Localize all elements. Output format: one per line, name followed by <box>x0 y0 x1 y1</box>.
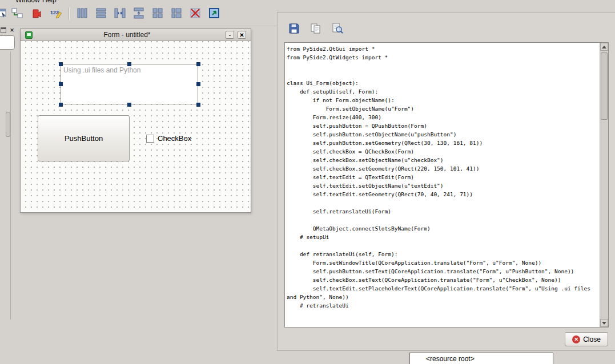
edit-widgets-icon <box>0 7 7 21</box>
code-line: self.checkBox.setGeometry(QRect(220, 150… <box>287 164 600 173</box>
qt-designer-app: Window Help 123 <box>0 0 615 364</box>
edit-tab-order-icon: 123 <box>50 7 62 21</box>
selection-handle[interactable] <box>196 62 200 66</box>
layout-form-icon <box>170 7 183 21</box>
code-line: # retranslateUi <box>287 301 600 310</box>
code-line: # setupUi <box>287 233 600 241</box>
code-line: self.textEdit = QTextEdit(Form) <box>287 173 600 181</box>
layout-horizontal-button[interactable] <box>74 6 90 22</box>
designer-form-window: Form - untitled* - ✕ PushButton CheckBox <box>20 29 251 213</box>
code-preview-dialog: from PySide2.QtGui import *from PySide2.… <box>277 12 615 351</box>
main-toolbar: 123 <box>0 5 277 25</box>
layout-vertical-icon <box>95 7 107 21</box>
checkbox-widget[interactable]: CheckBox <box>146 127 204 150</box>
code-line: self.checkBox = QCheckBox(Form) <box>287 147 600 156</box>
layout-horizontal-splitter-icon <box>114 7 126 21</box>
form-minimize-button[interactable]: - <box>226 31 234 39</box>
arrow-up-icon <box>602 46 606 48</box>
code-line: Form.resize(400, 300) <box>287 113 600 122</box>
code-line: if not Form.objectName(): <box>287 96 600 104</box>
dock-float-button[interactable] <box>1 27 7 34</box>
layout-horizontal-icon <box>76 7 89 21</box>
close-button[interactable]: ✕ Close <box>565 332 608 346</box>
code-line: self.pushButton.setGeometry(QRect(30, 13… <box>287 139 600 147</box>
adjust-size-button[interactable] <box>206 6 222 22</box>
selection-handle[interactable] <box>196 82 200 86</box>
break-layout-icon <box>189 7 202 21</box>
edit-buddies-button[interactable] <box>30 6 46 22</box>
find-icon <box>331 22 344 37</box>
selection-handle[interactable] <box>59 62 63 66</box>
close-circle-icon: ✕ <box>572 335 580 343</box>
layout-horizontal-splitter-button[interactable] <box>112 6 128 22</box>
dock-scrollbar-thumb[interactable] <box>6 112 10 137</box>
edit-tab-order-button[interactable]: 123 <box>48 6 64 22</box>
code-line: self.retranslateUi(Form) <box>287 207 600 216</box>
toolbar-separator <box>69 7 70 20</box>
selection-handle[interactable] <box>127 103 131 107</box>
layout-grid-icon <box>151 7 164 21</box>
dock-close-button[interactable]: ✕ <box>9 27 15 34</box>
scroll-down-button[interactable] <box>600 319 608 327</box>
menu-window[interactable]: Window <box>15 0 40 4</box>
widget-filter-input[interactable] <box>0 35 15 50</box>
selection-handle[interactable] <box>196 103 200 107</box>
code-line: def setupUi(self, Form): <box>287 87 600 96</box>
code-line: self.textEdit.setGeometry(QRect(70, 40, … <box>287 190 600 199</box>
code-line: self.textEdit.setPlaceholderText(QCoreAp… <box>287 284 600 293</box>
code-line: self.pushButton = QPushButton(Form) <box>287 122 600 130</box>
scrollbar-thumb[interactable] <box>601 52 608 120</box>
edit-signals-slots-button[interactable] <box>9 6 25 22</box>
code-line: self.pushButton.setObjectName(u"pushButt… <box>287 130 600 139</box>
form-window-title: Form - untitled* <box>38 31 216 39</box>
code-line: self.checkBox.setText(QCoreApplication.t… <box>287 276 600 284</box>
selection-handle[interactable] <box>59 103 63 107</box>
form-close-button[interactable]: ✕ <box>238 31 246 39</box>
form-titlebar[interactable]: Form - untitled* - ✕ <box>21 29 251 41</box>
textedit-widget[interactable] <box>61 64 198 104</box>
code-line: self.textEdit.setObjectName(u"textEdit") <box>287 181 600 190</box>
code-text: from PySide2.QtGui import *from PySide2.… <box>285 43 600 327</box>
toolbar-bottom-divider <box>0 26 277 26</box>
selection-handle[interactable] <box>59 82 63 86</box>
checkbox-indicator <box>146 135 154 143</box>
form-canvas[interactable]: PushButton CheckBox <box>21 41 251 212</box>
dock-edge-divider <box>10 51 11 319</box>
edit-widgets-button[interactable] <box>0 6 9 22</box>
scroll-up-button[interactable] <box>600 43 608 51</box>
menu-help[interactable]: Help <box>42 0 57 4</box>
pushbutton-widget[interactable]: PushButton <box>38 115 130 161</box>
resource-root-item[interactable]: <resource root> <box>410 353 553 363</box>
close-button-label: Close <box>583 335 601 343</box>
form-window-icon <box>25 31 33 39</box>
layout-vertical-splitter-button[interactable] <box>131 6 147 22</box>
code-line: def retranslateUi(self, Form): <box>287 250 600 258</box>
break-layout-button[interactable] <box>187 6 203 22</box>
code-line <box>287 62 600 70</box>
code-line <box>287 70 600 79</box>
layout-grid-button[interactable] <box>150 6 166 22</box>
code-line: QMetaObject.connectSlotsByName(Form) <box>287 224 600 233</box>
layout-form-button[interactable] <box>168 6 184 22</box>
code-line <box>287 199 600 207</box>
code-line: self.checkBox.setObjectName(u"checkBox") <box>287 156 600 164</box>
code-preview-toolbar <box>286 21 346 38</box>
code-view[interactable]: from PySide2.QtGui import *from PySide2.… <box>284 42 609 327</box>
code-line: from PySide2.QtGui import * <box>287 45 600 53</box>
arrow-down-icon <box>602 322 606 325</box>
save-button[interactable] <box>286 21 303 38</box>
copy-button[interactable] <box>307 21 324 38</box>
selection-handle[interactable] <box>127 62 131 66</box>
code-line: Form.setWindowTitle(QCoreApplication.tra… <box>287 258 600 267</box>
find-button[interactable] <box>329 21 346 38</box>
edit-buddies-icon <box>31 7 44 21</box>
code-line: class Ui_Form(object): <box>287 79 600 87</box>
dock-float-icon <box>1 27 6 33</box>
code-line: self.pushButton.setText(QCoreApplication… <box>287 267 600 276</box>
code-scrollbar[interactable] <box>600 43 608 327</box>
adjust-size-icon <box>208 7 220 21</box>
resource-browser: <resource root> <box>409 353 553 364</box>
edit-signals-slots-icon <box>11 7 23 21</box>
copy-icon <box>309 22 322 37</box>
layout-vertical-button[interactable] <box>93 6 109 22</box>
